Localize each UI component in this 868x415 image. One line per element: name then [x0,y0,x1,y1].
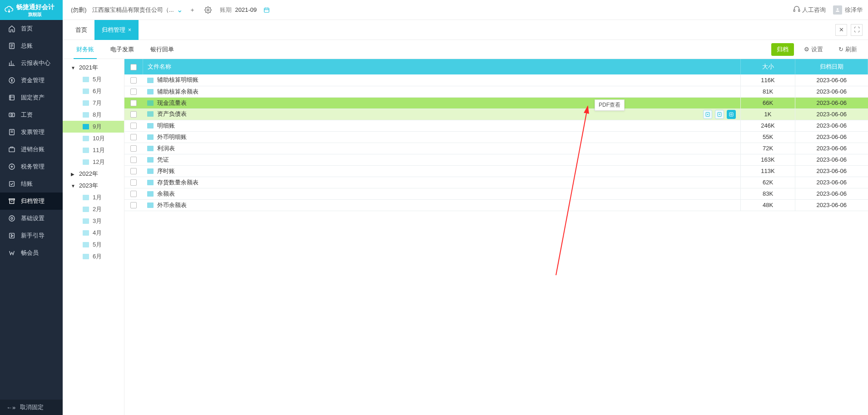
sidebar-item-asset[interactable]: 固定资产 [0,89,63,106]
subtab-电子发票[interactable]: 电子发票 [102,40,142,59]
tree-year[interactable]: ▼2021年 [63,62,124,74]
add-icon[interactable]: ＋ [187,5,198,15]
tree-month[interactable]: 10月 [63,133,124,144]
tree-month[interactable]: 7月 [63,97,124,109]
folder-icon [83,159,89,165]
table-row[interactable]: 外币余额表48K2023-06-06 [124,199,868,211]
table-row[interactable]: 序时账113K2023-06-06 [124,165,868,177]
tree-month[interactable]: 5月 [63,74,124,85]
folder-icon [147,180,154,185]
user-menu[interactable]: 徐泽华 [833,5,863,15]
tree-month[interactable]: 9月 [63,121,124,133]
svg-rect-16 [794,10,795,11]
table-row[interactable]: 资产负债表1K2023-06-06 [124,109,868,120]
sidebar-item-stock[interactable]: 进销台账 [0,141,63,158]
sidebar-item-home[interactable]: 首页 [0,20,63,37]
stock-icon [8,146,15,153]
row-checkbox[interactable] [130,145,137,152]
th-name: 文件名称 [143,59,741,74]
tree-month[interactable]: 3月 [63,215,124,227]
period-value[interactable]: 2021-09 [235,6,257,13]
sidebar-item-tax[interactable]: 税务管理 [0,158,63,175]
row-checkbox[interactable] [130,134,137,140]
gear-icon[interactable] [203,5,213,15]
sidebar-item-member[interactable]: 畅会员 [0,244,63,262]
table-row[interactable]: 凭证163K2023-06-06 [124,154,868,165]
row-checkbox[interactable] [130,157,137,163]
table-row[interactable]: 外币明细账55K2023-06-06 [124,131,868,143]
tree-month[interactable]: 6月 [63,251,124,262]
table-row[interactable]: 存货数量余额表62K2023-06-06 [124,177,868,188]
row-checkbox[interactable] [130,77,137,84]
sidebar-item-report[interactable]: 云报表中心 [0,54,63,72]
caret-down-icon: ▼ [71,183,76,188]
tab-归档管理[interactable]: 归档管理× [94,20,139,40]
row-checkbox[interactable] [130,123,137,129]
file-name: 凭证 [157,156,169,163]
tree-month[interactable]: 4月 [63,227,124,239]
tab-close-icon[interactable]: ✕ [835,24,847,36]
sidebar-item-settings[interactable]: 基础设置 [0,210,63,227]
sidebar-item-close[interactable]: 结账 [0,175,63,193]
pdf-download-icon[interactable] [715,110,724,119]
pdf-view-icon[interactable] [727,110,736,119]
select-all-checkbox[interactable] [130,64,137,70]
row-checkbox[interactable] [130,168,137,174]
sidebar-item-guide[interactable]: 新手引导 [0,227,63,244]
row-checkbox[interactable] [130,89,137,95]
sidebar-item-fund[interactable]: 资金管理 [0,72,63,89]
sidebar: 畅捷通好会计 旗舰版 首页总账云报表中心资金管理固定资产工资发票管理进销台账税务… [0,0,63,415]
tree-year[interactable]: ▶2022年 [63,168,124,180]
settings-icon [8,215,15,222]
unpin-button[interactable]: ←» 取消固定 [0,400,63,415]
folder-icon [147,78,154,83]
table-row[interactable]: 辅助核算余额表81K2023-06-06 [124,86,868,97]
folder-icon [83,89,89,94]
th-checkbox[interactable] [124,59,143,74]
sidebar-item-archive[interactable]: 归档管理 [0,193,63,210]
file-name: 现金流量表 [157,99,187,106]
subtab-财务账[interactable]: 财务账 [68,40,102,59]
guide-icon [8,232,15,239]
table-row[interactable]: 利润表72K2023-06-06 [124,143,868,154]
row-checkbox[interactable] [130,111,137,118]
company-dropdown-icon[interactable]: ⌄ [177,5,183,14]
sidebar-item-label: 工资 [21,111,33,119]
subtab-银行回单[interactable]: 银行回单 [142,40,182,59]
fullscreen-icon[interactable]: ⛶ [851,24,863,36]
row-checkbox[interactable] [130,179,137,186]
table-row[interactable]: 明细账246K2023-06-06 [124,120,868,131]
tree-month[interactable]: 12月 [63,156,124,168]
calendar-icon[interactable] [261,5,272,15]
tree-month[interactable]: 1月 [63,192,124,203]
sidebar-item-label: 资金管理 [21,76,45,84]
table-row[interactable]: 余额表83K2023-06-06 [124,188,868,199]
excel-download-icon[interactable] [703,110,712,119]
folder-icon [147,100,154,106]
table-row[interactable]: 现金流量表66K2023-06-06 [124,97,868,109]
tree-month[interactable]: 2月 [63,203,124,215]
tree-year[interactable]: ▼2023年 [63,180,124,192]
month-label: 10月 [93,134,105,143]
row-checkbox[interactable] [130,100,137,106]
tree-month[interactable]: 11月 [63,144,124,156]
sidebar-item-salary[interactable]: 工资 [0,106,63,124]
table-row[interactable]: 辅助核算明细账116K2023-06-06 [124,74,868,86]
sidebar-item-ledger[interactable]: 总账 [0,37,63,54]
settings-button[interactable]: ⚙ 设置 [799,43,828,56]
archive-button[interactable]: 归档 [771,43,794,56]
refresh-button[interactable]: ↻ 刷新 [833,43,863,56]
sidebar-item-invoice[interactable]: 发票管理 [0,124,63,141]
tree-month[interactable]: 5月 [63,239,124,251]
row-checkbox[interactable] [130,202,137,208]
tree-month[interactable]: 8月 [63,109,124,121]
tab-首页[interactable]: 首页 [68,20,94,40]
folder-icon [83,77,89,82]
row-checkbox[interactable] [130,191,137,197]
consult-button[interactable]: 人工咨询 [793,5,826,14]
tree-month[interactable]: 6月 [63,85,124,97]
company-prefix: (勿删) [71,6,87,14]
close-icon[interactable]: × [128,27,131,33]
sidebar-item-label: 固定资产 [21,94,45,102]
avatar-icon [833,5,842,15]
